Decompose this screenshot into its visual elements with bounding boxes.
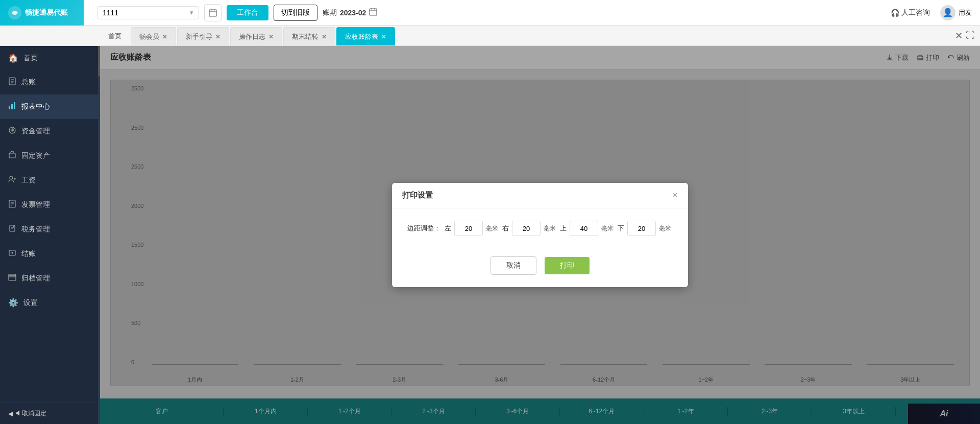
right-label: 右	[502, 224, 509, 233]
sidebar-collapse-button[interactable]: ◀ ◀ 取消固定	[0, 403, 100, 424]
modal-body: 边距调整： 左 毫米 右 毫米	[392, 208, 688, 248]
svg-point-9	[10, 176, 13, 179]
left-unit: 毫米	[486, 224, 498, 233]
dropdown-arrow-icon: ▾	[190, 9, 193, 16]
company-selector[interactable]: 1111 ▾	[97, 6, 199, 19]
assets-icon	[8, 151, 16, 161]
svg-rect-11	[10, 225, 15, 231]
modal-title: 打印设置	[402, 191, 433, 200]
content-area: 应收账龄表 下载	[100, 46, 980, 424]
close-books-icon	[8, 249, 16, 259]
svg-rect-4	[9, 106, 10, 109]
reports-icon	[8, 102, 16, 112]
period-area: 账期 2023-02	[323, 8, 377, 18]
ledger-icon	[8, 77, 16, 87]
sidebar-item-funds[interactable]: 资金管理	[0, 119, 100, 144]
tab-close-oplog[interactable]: ✕	[268, 33, 274, 40]
left-margin-input[interactable]	[454, 221, 483, 236]
sidebar-item-archive[interactable]: 归档管理	[0, 266, 100, 291]
tab-guide[interactable]: 新手引导 ✕	[177, 27, 229, 45]
right-margin-group: 右 毫米	[502, 221, 556, 236]
payroll-icon	[8, 175, 16, 185]
left-label: 左	[445, 224, 451, 233]
home-icon: 🏠	[8, 53, 18, 63]
sidebar-item-ledger[interactable]: 总账	[0, 70, 100, 95]
bottom-margin-input[interactable]	[627, 221, 656, 236]
tab-close-member[interactable]: ✕	[162, 33, 167, 40]
svg-rect-6	[14, 102, 15, 109]
svg-rect-2	[370, 9, 377, 15]
bottom-margin-label: 下	[618, 224, 624, 233]
cancel-button[interactable]: 取消	[491, 256, 536, 275]
tab-home[interactable]: 首页	[100, 27, 130, 45]
modal-footer: 取消 打印	[392, 248, 688, 287]
tax-icon	[8, 224, 16, 234]
sidebar-item-reports[interactable]: 报表中心	[0, 95, 100, 119]
sidebar-item-close[interactable]: 结账	[0, 242, 100, 266]
svg-rect-8	[9, 153, 15, 158]
sidebar-item-assets[interactable]: 固定资产	[0, 144, 100, 168]
collapse-icon: ◀	[8, 410, 13, 417]
workbench-button[interactable]: 工作台	[227, 5, 268, 20]
sidebar-item-payroll[interactable]: 工资	[0, 168, 100, 193]
sidebar-item-invoice[interactable]: 发票管理	[0, 193, 100, 217]
bottom-margin-group: 下 毫米	[618, 221, 671, 236]
tab-close-period-end[interactable]: ✕	[322, 33, 327, 40]
consult-button[interactable]: 🎧 人工咨询	[891, 8, 930, 17]
switch-version-button[interactable]: 切到旧版	[274, 5, 317, 21]
sidebar-item-home[interactable]: 🏠 首页	[0, 46, 100, 70]
archive-icon	[8, 273, 16, 284]
modal-close-button[interactable]: ×	[672, 190, 678, 201]
margin-label: 边距调整：	[407, 224, 440, 233]
top-margin-group: 上 毫米	[560, 221, 614, 236]
close-all-tabs-icon[interactable]: ✕	[955, 30, 963, 41]
tab-period-end[interactable]: 期末结转 ✕	[283, 27, 335, 45]
right-unit: 毫米	[544, 224, 556, 233]
headset-icon: 🎧	[891, 9, 899, 17]
tab-oplog[interactable]: 操作日志 ✕	[230, 27, 282, 45]
bottom-unit: 毫米	[659, 224, 671, 233]
invoice-icon	[8, 200, 16, 210]
maximize-tab-icon[interactable]: ⛶	[966, 30, 975, 41]
tabs-bar: 首页 畅会员 ✕ 新手引导 ✕ 操作日志 ✕ 期末结转 ✕ 应收账龄表 ✕ ✕ …	[0, 26, 980, 46]
tab-member[interactable]: 畅会员 ✕	[131, 27, 176, 45]
modal-overlay: 打印设置 × 边距调整： 左 毫米 右	[100, 46, 980, 424]
modal-header: 打印设置 ×	[392, 183, 688, 208]
sidebar-item-settings[interactable]: ⚙️ 设置	[0, 291, 100, 315]
tab-close-guide[interactable]: ✕	[215, 33, 220, 40]
svg-rect-5	[11, 104, 13, 109]
user-area[interactable]: 👤 用友	[940, 5, 972, 20]
funds-icon	[8, 126, 16, 136]
tab-ar-aging[interactable]: 应收账龄表 ✕	[336, 27, 395, 45]
top-margin-input[interactable]	[570, 221, 598, 236]
svg-rect-1	[209, 10, 216, 16]
tab-close-ar-aging[interactable]: ✕	[381, 33, 386, 40]
sidebar: 🏠 首页 总账	[0, 46, 100, 424]
print-settings-modal: 打印设置 × 边距调整： 左 毫米 右	[392, 183, 688, 287]
right-margin-input[interactable]	[512, 221, 541, 236]
top-label: 上	[560, 224, 567, 233]
top-unit: 毫米	[601, 224, 614, 233]
user-avatar: 👤	[940, 5, 955, 20]
margin-form-row: 边距调整： 左 毫米 右 毫米	[407, 221, 673, 236]
settings-icon: ⚙️	[8, 298, 18, 308]
sidebar-item-tax[interactable]: 税务管理	[0, 217, 100, 242]
confirm-print-button[interactable]: 打印	[545, 257, 590, 274]
left-margin-group: 左 毫米	[445, 221, 498, 236]
app-logo: 畅捷通易代账	[0, 0, 84, 26]
period-calendar-icon[interactable]	[369, 8, 377, 18]
calendar-icon-btn[interactable]	[204, 4, 222, 21]
